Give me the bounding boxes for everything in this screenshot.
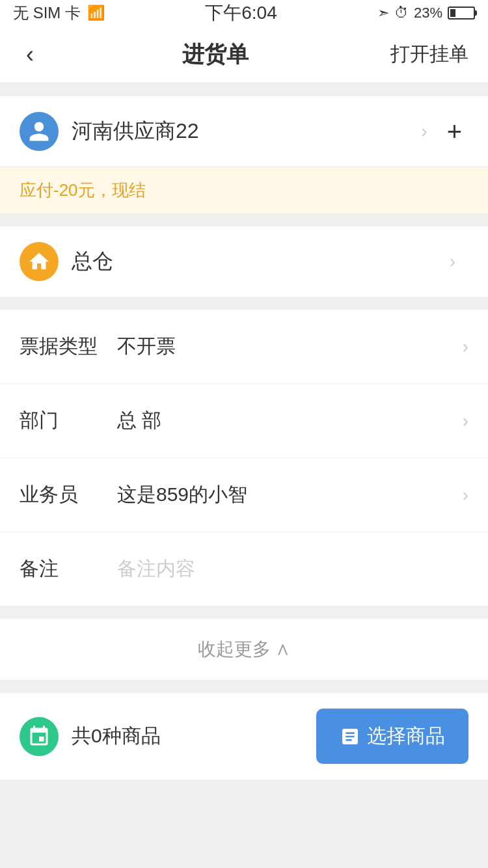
notice-bar: 应付-20元，现结 — [0, 167, 488, 213]
carrier-text: 无 SIM 卡 — [13, 3, 81, 23]
cart-icon — [27, 725, 51, 748]
gap-1 — [0, 83, 488, 96]
add-supplier-button[interactable]: + — [441, 117, 468, 146]
wifi-icon: 📶 — [87, 5, 105, 21]
warehouse-icon — [27, 250, 51, 273]
product-icon-wrap — [20, 717, 59, 756]
product-count: 共0种商品 — [72, 723, 316, 750]
staff-row[interactable]: 业务员 这是859的小智 › — [0, 458, 488, 532]
collapse-row[interactable]: 收起更多 ∧ — [0, 619, 488, 680]
invoice-label: 票据类型 — [20, 333, 111, 360]
staff-label: 业务员 — [20, 481, 111, 508]
warehouse-icon-wrap — [20, 242, 59, 281]
page-title: 进货单 — [182, 40, 249, 70]
select-product-icon — [340, 726, 360, 747]
invoice-chevron-icon: › — [463, 336, 468, 357]
supplier-row[interactable]: 河南供应商22 › + — [0, 96, 488, 167]
status-bar: 无 SIM 卡 📶 下午6:04 ➣ ⏱ 23% — [0, 0, 488, 26]
remark-row[interactable]: 备注 备注内容 — [0, 532, 488, 606]
invoice-row[interactable]: 票据类型 不开票 › — [0, 310, 488, 384]
person-icon — [27, 120, 51, 143]
remark-label: 备注 — [20, 556, 111, 582]
select-product-button[interactable]: 选择商品 — [316, 709, 468, 764]
supplier-name: 河南供应商22 — [72, 117, 421, 146]
product-bar: 共0种商品 选择商品 — [0, 693, 488, 780]
alarm-icon: ⏱ — [394, 5, 409, 21]
warehouse-chevron-icon: › — [450, 251, 455, 272]
remark-input[interactable]: 备注内容 — [111, 556, 468, 582]
invoice-value: 不开票 — [111, 333, 463, 360]
dept-label: 部门 — [20, 407, 111, 434]
staff-chevron-icon: › — [463, 485, 468, 506]
dept-row[interactable]: 部门 总 部 › — [0, 384, 488, 458]
dept-chevron-icon: › — [463, 411, 468, 431]
staff-value: 这是859的小智 — [111, 481, 463, 508]
form-section: 票据类型 不开票 › 部门 总 部 › 业务员 这是859的小智 › 备注 备注… — [0, 310, 488, 606]
supplier-chevron-icon: › — [421, 121, 427, 142]
notice-text: 应付-20元，现结 — [20, 180, 146, 200]
back-button[interactable]: ‹ — [20, 34, 40, 75]
supplier-avatar — [20, 112, 59, 151]
collapse-label: 收起更多 ∧ — [198, 637, 291, 662]
battery-percent: 23% — [414, 5, 442, 21]
status-time: 下午6:04 — [205, 1, 277, 25]
location-icon: ➣ — [377, 5, 389, 21]
select-product-label: 选择商品 — [367, 723, 445, 750]
warehouse-row[interactable]: 总仓 › — [0, 226, 488, 297]
warehouse-name: 总仓 — [72, 247, 450, 276]
nav-bar: ‹ 进货单 打开挂单 — [0, 26, 488, 83]
status-carrier: 无 SIM 卡 📶 — [13, 3, 105, 23]
status-right: ➣ ⏱ 23% — [377, 5, 475, 21]
dept-value: 总 部 — [111, 407, 463, 434]
battery-icon — [448, 7, 475, 20]
supplier-section: 河南供应商22 › + 应付-20元，现结 — [0, 96, 488, 213]
open-pending-button[interactable]: 打开挂单 — [390, 41, 468, 68]
